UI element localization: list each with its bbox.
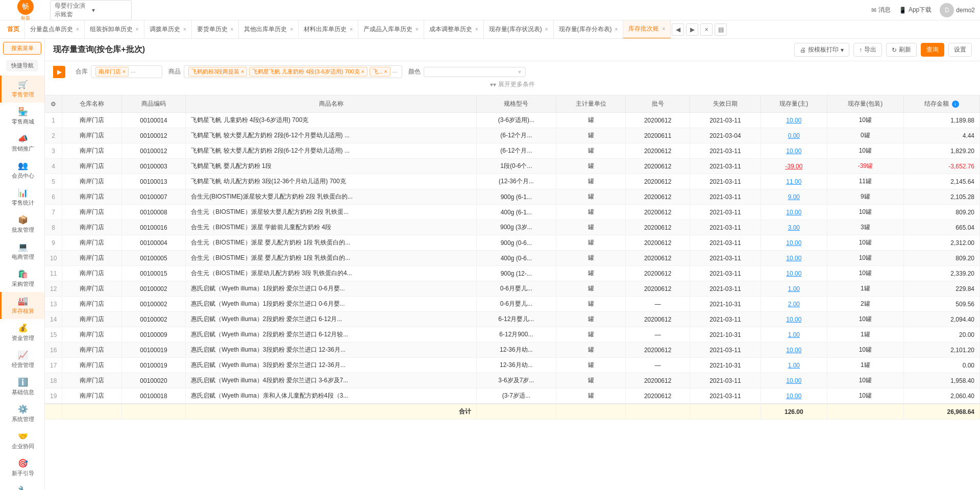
tab-home[interactable]: 首页 xyxy=(2,20,25,39)
cell-qty-main[interactable]: 10.00 xyxy=(761,205,827,220)
warehouse-tag-container[interactable]: 南岸门店 × ··· xyxy=(91,65,162,78)
settings-button[interactable]: 设置 xyxy=(948,43,972,57)
cell-qty-main[interactable]: 10.00 xyxy=(761,113,827,128)
close-icon[interactable]: × xyxy=(475,27,478,32)
tab-yao-huo[interactable]: 要货单历史 × xyxy=(192,20,239,39)
product-tag-close-2[interactable]: × xyxy=(361,69,364,75)
cell-qty-main[interactable]: 1.00 xyxy=(761,281,827,297)
sidebar-item-ecom[interactable]: 💻 电商管理 xyxy=(0,238,44,265)
cell-qty-main[interactable]: 10.00 xyxy=(761,266,827,281)
close-icon[interactable]: × xyxy=(615,27,618,32)
sidebar-item-ops[interactable]: 📈 经营管理 xyxy=(0,346,44,373)
close-icon[interactable]: × xyxy=(415,27,419,32)
cell-qty-main[interactable]: 2.00 xyxy=(761,297,827,312)
sidebar-item-app[interactable]: 🔧 应用中心 xyxy=(0,481,44,490)
account-selector[interactable]: 母婴行业演示账套 ▾ xyxy=(50,0,132,20)
cell-qty-main[interactable]: 11.00 xyxy=(761,174,827,189)
print-button[interactable]: 🖨 按模板打印 ▾ xyxy=(794,43,849,57)
table-container[interactable]: ⚙ 仓库名称 商品编码 商品名称 规格型号 主计量单位 批号 失效日期 现存量(… xyxy=(45,95,980,490)
refresh-button[interactable]: ↻ 刷新 xyxy=(886,43,917,57)
filter-more-btn[interactable]: ··· xyxy=(131,68,136,76)
product-tag-3[interactable]: 飞... × xyxy=(370,67,390,77)
tab-close-button[interactable]: × xyxy=(700,23,713,36)
sidebar-item-inventory[interactable]: 🏭 库存核算 xyxy=(0,292,44,319)
cell-qty-main[interactable]: 10.00 xyxy=(761,312,827,327)
tab-next-button[interactable]: ▶ xyxy=(686,23,698,36)
product-tag-2[interactable]: 飞鹤星飞帆 儿童奶粉 4段(3-6岁适用) 700克 × xyxy=(249,67,368,77)
tab-chan-pin[interactable]: 产成品入库单历史 × xyxy=(358,20,424,39)
sidebar-item-base[interactable]: ℹ️ 基础信息 xyxy=(0,373,44,400)
query-button[interactable]: 查询 xyxy=(921,43,944,57)
app-download-button[interactable]: 📱 App下载 xyxy=(899,6,932,14)
tab-cheng-ben[interactable]: 成本调整单历史 × xyxy=(424,20,484,39)
cell-qty-main[interactable]: 0.00 xyxy=(761,128,827,143)
product-tag-container[interactable]: 飞鹤奶粉3段两提装 × 飞鹤星飞帆 儿童奶粉 4段(3-6岁适用) 700克 ×… xyxy=(184,65,402,78)
cell-qty-main[interactable]: 9.00 xyxy=(761,189,827,205)
cell-qty-main[interactable]: 1.00 xyxy=(761,358,827,373)
user-avatar[interactable]: D demo2 xyxy=(940,3,975,17)
sidebar-item-finance[interactable]: 💰 资金管理 xyxy=(0,319,44,346)
message-button[interactable]: ✉ 消息 xyxy=(871,6,891,14)
chevron-down-icon: ▾ xyxy=(518,68,521,76)
info-icon[interactable]: i xyxy=(952,101,959,108)
color-tag-container[interactable]: ▾ xyxy=(424,67,526,77)
cell-qty-main[interactable]: 10.00 xyxy=(761,342,827,358)
cell-qty-main[interactable]: 10.00 xyxy=(761,251,827,266)
cell-qty-main[interactable]: 3.00 xyxy=(761,220,827,235)
close-icon[interactable]: × xyxy=(183,27,186,32)
tab-qi-ta[interactable]: 其他出库单历史 × xyxy=(239,20,299,39)
sidebar-search-area: 搜索菜单 xyxy=(0,39,44,58)
tab-xian-cun-zhuang[interactable]: 现存量(库存状况表) × xyxy=(484,20,554,39)
product-tag-1[interactable]: 飞鹤奶粉3段两提装 × xyxy=(188,67,247,77)
cell-warehouse: 南岸门店 xyxy=(62,128,121,143)
sidebar-item-guide[interactable]: 🎯 新手引导 xyxy=(0,454,44,481)
tab-prev-button[interactable]: ◀ xyxy=(672,23,684,36)
tab-cai-liao[interactable]: 材料出库单历史 × xyxy=(299,20,358,39)
cell-spec: 12-36月幼... xyxy=(476,358,556,373)
sidebar-item-wholesale[interactable]: 📦 批发管理 xyxy=(0,211,44,238)
search-menu-button[interactable]: 搜索菜单 xyxy=(3,42,41,55)
filter-expand-toggle[interactable]: ▶ xyxy=(53,66,65,78)
close-icon[interactable]: × xyxy=(350,27,353,32)
sidebar-item-system[interactable]: ⚙️ 系统管理 xyxy=(0,400,44,427)
warehouse-tag-1[interactable]: 南岸门店 × xyxy=(95,67,129,77)
tab-pi-ci[interactable]: 库存批次账 × xyxy=(623,20,671,39)
cell-qty-main[interactable]: 10.00 xyxy=(761,388,827,404)
sidebar-item-collab[interactable]: 🤝 企业协同 xyxy=(0,427,44,454)
cell-batch: 20200612 xyxy=(626,266,690,281)
tab-xian-cun-fen[interactable]: 现存量(库存分布表) × xyxy=(554,20,624,39)
sidebar-item-member[interactable]: 👥 会员中心 xyxy=(0,157,44,184)
cell-qty-main[interactable]: 10.00 xyxy=(761,373,827,388)
cell-qty-main[interactable]: -39.00 xyxy=(761,159,827,174)
cell-unit: 罐 xyxy=(556,312,626,327)
cell-qty-main[interactable]: 1.00 xyxy=(761,327,827,342)
col-settings[interactable]: ⚙ xyxy=(45,95,62,113)
close-icon[interactable]: × xyxy=(136,27,139,32)
cell-batch: 20200612 xyxy=(626,235,690,251)
sidebar-item-retail[interactable]: 🛒 零售管理 xyxy=(0,76,44,103)
close-icon[interactable]: × xyxy=(231,27,234,32)
quick-nav-button[interactable]: 快捷导航 xyxy=(6,60,38,71)
close-icon[interactable]: × xyxy=(290,27,293,32)
close-icon[interactable]: × xyxy=(76,27,79,32)
export-button[interactable]: ↑ 导出 xyxy=(853,43,882,57)
tab-menu-button[interactable]: ▤ xyxy=(715,23,727,36)
expand-conditions-button[interactable]: ▾▾ 展开更多条件 xyxy=(490,80,535,89)
sidebar-item-purchase[interactable]: 🛍️ 采购管理 xyxy=(0,265,44,292)
product-tag-close-3[interactable]: × xyxy=(384,69,387,75)
cell-expire: 2021-03-11 xyxy=(690,235,761,251)
product-more-btn[interactable]: ··· xyxy=(393,68,398,76)
cell-expire: 2021-03-11 xyxy=(690,189,761,205)
sidebar-item-stat[interactable]: 📊 零售统计 xyxy=(0,184,44,211)
tab-fen-pan[interactable]: 分量盘点单历史 × xyxy=(25,20,85,39)
cell-qty-main[interactable]: 10.00 xyxy=(761,235,827,251)
product-tag-close-1[interactable]: × xyxy=(241,69,244,75)
close-icon[interactable]: × xyxy=(545,27,548,32)
cell-qty-main[interactable]: 10.00 xyxy=(761,143,827,159)
warehouse-tag-close[interactable]: × xyxy=(122,69,126,75)
close-icon[interactable]: × xyxy=(662,26,665,32)
sidebar-item-marketing[interactable]: 📣 营销推广 xyxy=(0,130,44,157)
sidebar-item-mall[interactable]: 🏪 零售商城 xyxy=(0,103,44,130)
tab-zu-chai[interactable]: 组装拆卸单历史 × xyxy=(85,20,144,39)
tab-tiao-bo[interactable]: 调拨单历史 × xyxy=(144,20,192,39)
